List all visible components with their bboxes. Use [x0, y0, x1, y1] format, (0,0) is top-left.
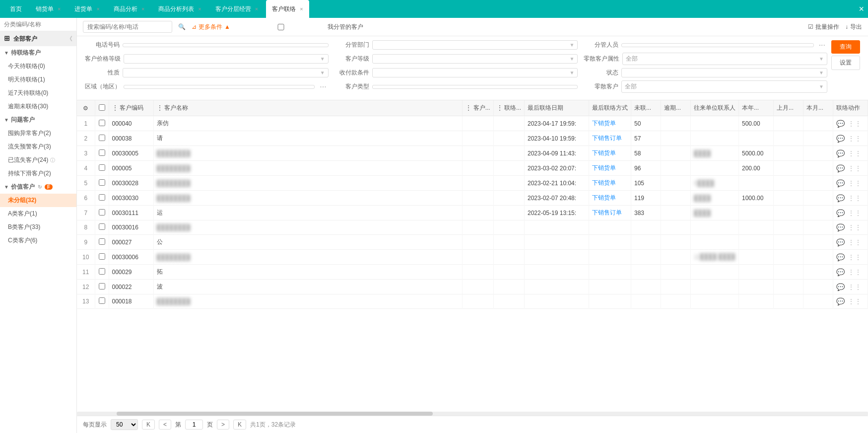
horizontal-scrollbar[interactable] — [77, 412, 868, 416]
sidebar-item-tomorrow-pending[interactable]: 明天待联络(1) — [0, 73, 76, 86]
query-button[interactable]: 查询 — [831, 40, 860, 54]
scroll-thumb[interactable] — [117, 412, 433, 416]
region-input[interactable] — [124, 85, 315, 89]
sidebar-item-class-a[interactable]: A类客户(1) — [0, 207, 76, 220]
last-way-link[interactable]: 下销货单 — [592, 194, 616, 201]
sidebar-item-churn-warning[interactable]: 流失预警客户(3) — [0, 140, 76, 153]
row-checkbox[interactable] — [99, 253, 105, 260]
nav-tab-goods-analysis[interactable]: 商品分析 × — [108, 0, 150, 18]
scatter-attr-select[interactable]: 全部 ▼ — [622, 53, 827, 65]
apps-icon[interactable]: ⋮⋮ — [848, 120, 862, 128]
apps-icon[interactable]: ⋮⋮ — [848, 297, 862, 305]
apps-icon[interactable]: ⋮⋮ — [848, 238, 862, 246]
price-level-select[interactable]: ▼ — [124, 54, 329, 64]
row-checkbox[interactable] — [99, 268, 105, 275]
apps-icon[interactable]: ⋮⋮ — [848, 268, 862, 276]
phone-input[interactable] — [123, 43, 329, 47]
last-way-link[interactable]: 下销售订单 — [592, 209, 622, 216]
scatter-customer-select[interactable]: 全部 ▼ — [621, 80, 827, 93]
sidebar-item-declining[interactable]: 持续下滑客户(2) — [0, 167, 76, 180]
apps-icon[interactable]: ⋮⋮ — [848, 223, 862, 231]
last-way-link[interactable]: 下销货单 — [592, 149, 616, 156]
nav-tab-customer-segment[interactable]: 客户分层经营 × — [209, 0, 264, 18]
row-checkbox[interactable] — [99, 283, 105, 289]
nav-tab-goods-analysis-list[interactable]: 商品分析列表 × — [152, 0, 207, 18]
chat-icon[interactable]: 💬 — [836, 179, 845, 187]
customer-type-input[interactable] — [372, 85, 578, 89]
goods-analysis-list-tab-close[interactable]: × — [198, 6, 201, 12]
row-checkbox[interactable] — [99, 120, 105, 126]
row-checkbox[interactable] — [99, 223, 105, 230]
gear-icon[interactable]: ⚙ — [83, 105, 88, 112]
nav-tab-purchase[interactable]: 进货单 × — [68, 0, 105, 18]
apps-icon[interactable]: ⋮⋮ — [848, 164, 862, 172]
chat-icon[interactable]: 💬 — [836, 223, 845, 231]
all-customers-header[interactable]: ⊞ 全部客户 《 — [0, 31, 76, 46]
row-checkbox[interactable] — [99, 209, 105, 216]
chat-icon[interactable]: 💬 — [836, 283, 845, 291]
region-more-button[interactable]: ··· — [318, 82, 328, 91]
last-way-link[interactable]: 下销售订单 — [592, 135, 622, 142]
sidebar-item-7day-pending[interactable]: 近7天待联络(0) — [0, 86, 76, 100]
search-input[interactable] — [83, 21, 172, 33]
sidebar-item-class-b[interactable]: B类客户(33) — [0, 220, 76, 234]
chat-icon[interactable]: 💬 — [836, 297, 845, 305]
apps-icon[interactable]: ⋮⋮ — [848, 283, 862, 291]
chat-icon[interactable]: 💬 — [836, 253, 845, 261]
more-conditions-button[interactable]: ⊿ 更多条件 ▲ — [192, 23, 230, 31]
next-page-button[interactable]: > — [217, 420, 229, 430]
nav-tab-customer-contact[interactable]: 客户联络 × — [266, 0, 309, 18]
apps-icon[interactable]: ⋮⋮ — [848, 194, 862, 202]
row-checkbox[interactable] — [99, 149, 105, 156]
nav-tab-sales[interactable]: 销货单 × — [30, 0, 67, 18]
apps-icon[interactable]: ⋮⋮ — [848, 253, 862, 261]
last-way-link[interactable]: 下销货单 — [592, 120, 616, 127]
page-size-select[interactable]: 50 100 200 — [111, 419, 138, 430]
select-all-checkbox[interactable] — [99, 104, 105, 111]
sidebar-item-ungroup[interactable]: 未分组(32) — [0, 194, 76, 207]
row-checkbox[interactable] — [99, 297, 105, 304]
manager-input[interactable] — [621, 43, 813, 47]
chat-icon[interactable]: 💬 — [836, 268, 845, 276]
pending-group-header[interactable]: ▼ 待联络客户 — [0, 46, 76, 60]
sidebar-search-input[interactable] — [4, 21, 77, 28]
purchase-tab-close[interactable]: × — [96, 6, 99, 12]
chat-icon[interactable]: 💬 — [836, 164, 845, 172]
apps-icon[interactable]: ⋮⋮ — [848, 209, 862, 217]
nature-select[interactable]: ▼ — [123, 68, 329, 77]
row-checkbox[interactable] — [99, 135, 105, 141]
sidebar-item-abnormal[interactable]: 囤购异常客户(2) — [0, 127, 76, 140]
chat-icon[interactable]: 💬 — [836, 135, 845, 143]
reset-button[interactable]: 设置 — [831, 56, 860, 70]
goods-analysis-tab-close[interactable]: × — [141, 6, 144, 12]
problem-group-header[interactable]: ▼ 问题客户 — [0, 113, 76, 127]
first-page-button[interactable]: K — [142, 420, 155, 430]
sidebar-item-overdue-pending[interactable]: 逾期未联络(30) — [0, 100, 76, 113]
chat-icon[interactable]: 💬 — [836, 194, 845, 202]
dept-select[interactable]: ▼ — [372, 40, 578, 50]
export-button[interactable]: ↓ 导出 — [845, 23, 862, 31]
apps-icon[interactable]: ⋮⋮ — [848, 149, 862, 157]
customer-segment-tab-close[interactable]: × — [255, 6, 258, 12]
row-checkbox[interactable] — [99, 194, 105, 201]
prev-page-button[interactable]: < — [159, 420, 171, 430]
sales-tab-close[interactable]: × — [58, 6, 61, 12]
row-checkbox[interactable] — [99, 179, 105, 186]
close-all-button[interactable]: × — [859, 4, 864, 14]
last-way-link[interactable]: 下销货单 — [592, 164, 616, 171]
sidebar-item-today-pending[interactable]: 今天待联络(0) — [0, 60, 76, 73]
sidebar-item-class-c[interactable]: C类客户(6) — [0, 234, 76, 247]
row-checkbox[interactable] — [99, 238, 105, 245]
chat-icon[interactable]: 💬 — [836, 120, 845, 128]
last-way-link[interactable]: 下销货单 — [592, 179, 616, 186]
apps-icon[interactable]: ⋮⋮ — [848, 135, 862, 143]
chat-icon[interactable]: 💬 — [836, 238, 845, 246]
apps-icon[interactable]: ⋮⋮ — [848, 179, 862, 187]
customer-level-select[interactable]: ▼ — [372, 54, 578, 64]
batch-operation-button[interactable]: ☑ 批量操作 — [808, 23, 839, 31]
customer-contact-tab-close[interactable]: × — [300, 6, 303, 12]
last-page-button[interactable]: K — [233, 420, 246, 430]
row-checkbox[interactable] — [99, 164, 105, 171]
chat-icon[interactable]: 💬 — [836, 149, 845, 157]
status-select[interactable]: ▼ — [621, 68, 827, 77]
